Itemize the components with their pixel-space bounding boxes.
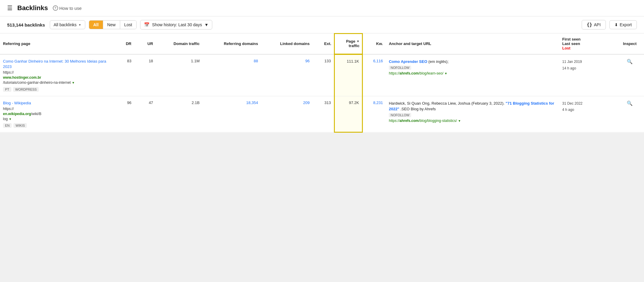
page-traffic-label: Page — [346, 39, 355, 44]
domain-traffic-2: 2.1B — [156, 96, 202, 132]
api-label: API — [594, 22, 601, 27]
page-traffic-2: 97.2K — [334, 96, 362, 132]
ext-1: 133 — [312, 54, 334, 96]
lost-label: Lost — [562, 46, 570, 50]
inspect-cell-2: 🔍 — [616, 96, 644, 132]
referring-page-cell-1: Como Ganhar Dinheiro na Internet: 30 Mel… — [0, 54, 113, 96]
nofollow-badge-1: NOFOLLOW — [389, 66, 411, 70]
export-button[interactable]: ⬇ Export — [609, 20, 637, 29]
referring-page-url-1: https://www.hostinger.com.br/tutoriais/c… — [3, 70, 110, 85]
history-dropdown[interactable]: 📅 Show history: Last 30 days ▼ — [140, 20, 212, 30]
filter-lost-button[interactable]: Lost — [120, 21, 136, 29]
referring-page-domain-1: www.hostinger.com.br — [3, 75, 41, 80]
backlinks-count: 513,144 backlinks — [7, 22, 45, 27]
ext-2: 313 — [312, 96, 334, 132]
help-icon: ? — [53, 5, 58, 11]
col-header-domain-traffic: Domain traffic — [156, 33, 202, 54]
export-icon: ⬇ — [614, 22, 618, 27]
all-backlinks-label: All backlinks — [54, 22, 77, 27]
referring-page-link-1[interactable]: Como Ganhar Dinheiro na Internet: 30 Mel… — [3, 59, 106, 69]
history-label: Show history: Last 30 days — [152, 22, 202, 27]
linked-domains-1[interactable]: 96 — [261, 54, 313, 96]
page-title: Backlinks — [17, 4, 48, 12]
url-expand-icon-2[interactable]: ▼ — [9, 117, 12, 121]
referring-page-domain-2: en.wikipedia.org — [3, 112, 31, 116]
col-header-kw: Kw. — [363, 33, 386, 54]
col-header-inspect: Inspect — [616, 33, 644, 54]
main-content: Referring page DR UR Domain traffic Refe… — [0, 33, 644, 133]
dr-2: 96 — [113, 96, 134, 132]
calendar-icon: 📅 — [144, 22, 150, 27]
last-seen-date-2: 4 h ago — [562, 107, 613, 113]
header-bar: ☰ Backlinks ? How to use — [0, 0, 644, 16]
anchor-cell-1: Como Aprender SEO (em inglês); NOFOLLOW … — [386, 54, 559, 96]
anchor-text-1: Como Aprender SEO (em inglês); — [389, 59, 556, 65]
table-row: Como Ganhar Dinheiro na Internet: 30 Mel… — [0, 54, 644, 96]
inspect-icon-2[interactable]: 🔍 — [627, 101, 633, 106]
backlinks-table: Referring page DR UR Domain traffic Refe… — [0, 33, 644, 133]
tag-en: EN — [3, 123, 12, 128]
page-traffic-label-2: traffic — [337, 44, 359, 48]
col-header-referring-page: Referring page — [0, 33, 113, 54]
referring-page-link-2[interactable]: Blog - Wikipedia — [3, 101, 31, 105]
tag-wikis: WIKIS — [13, 123, 27, 128]
linked-domains-2[interactable]: 209 — [261, 96, 313, 132]
dropdown-arrow-icon: ▼ — [78, 23, 81, 27]
nofollow-badge-2: NOFOLLOW — [389, 113, 411, 117]
anchor-link-1[interactable]: Como Aprender SEO — [389, 59, 427, 64]
api-button[interactable]: {} API — [582, 20, 606, 30]
page-traffic-1: 111.1K — [334, 54, 362, 96]
referring-page-cell-2: Blog - Wikipedia https://en.wikipedia.or… — [0, 96, 113, 132]
inspect-icon-1[interactable]: 🔍 — [627, 59, 633, 64]
tags-1: PT WORDPRESS — [3, 87, 110, 92]
how-to-use-link[interactable]: ? How to use — [53, 5, 82, 11]
filter-all-button[interactable]: All — [89, 21, 103, 29]
menu-icon[interactable]: ☰ — [7, 4, 13, 12]
anchor-link-2[interactable]: "71 Blogging Statistics for 2022" — [389, 101, 554, 111]
tag-wordpress: WORDPRESS — [13, 87, 39, 92]
referring-domains-1[interactable]: 88 — [202, 54, 261, 96]
all-backlinks-dropdown[interactable]: All backlinks ▼ — [50, 20, 85, 29]
url-expand-icon-1[interactable]: ▼ — [72, 81, 75, 84]
referring-domains-2[interactable]: 18,354 — [202, 96, 261, 132]
kw-2[interactable]: 8,231 — [363, 96, 386, 132]
anchor-cell-2: Hardwick, Si Quan Ong, Rebecca Liew, Jos… — [386, 96, 559, 132]
anchor-url-expand-icon-1[interactable]: ▼ — [445, 72, 448, 75]
table-row: Blog - Wikipedia https://en.wikipedia.or… — [0, 96, 644, 132]
referring-page-url-2: https://en.wikipedia.org/wiki/Blog ▼ — [3, 106, 110, 121]
col-header-anchor: Anchor and target URL — [386, 33, 559, 54]
how-to-use-label: How to use — [59, 6, 82, 11]
anchor-url-1[interactable]: https://ahrefs.com/blog/learn-seo/ — [389, 71, 443, 75]
anchor-url-2[interactable]: https://ahrefs.com/blog/blogging-statist… — [389, 119, 457, 123]
col-header-dr: DR — [113, 33, 134, 54]
ur-2: 47 — [134, 96, 156, 132]
history-arrow-icon: ▼ — [204, 22, 208, 27]
first-seen-date-1: 11 Jan 2019 — [562, 59, 613, 65]
col-header-linked-domains: Linked domains — [261, 33, 313, 54]
last-seen-label: Last seen — [562, 41, 580, 46]
first-seen-label: First seen — [562, 37, 580, 41]
date-cell-2: 31 Dec 2022 4 h ago — [559, 96, 616, 132]
date-cell-1: 11 Jan 2019 14 h ago — [559, 54, 616, 96]
col-header-first-seen: First seen Last seen Lost — [559, 33, 616, 54]
ur-1: 18 — [134, 54, 156, 96]
col-header-ur: UR — [134, 33, 156, 54]
toolbar: 513,144 backlinks All backlinks ▼ All Ne… — [0, 16, 644, 33]
inspect-cell-1: 🔍 — [616, 54, 644, 96]
col-header-page-traffic[interactable]: Page ▼ traffic — [334, 33, 362, 54]
tag-pt: PT — [3, 87, 11, 92]
filter-group: All New Lost — [89, 20, 137, 29]
dr-1: 83 — [113, 54, 134, 96]
kw-1[interactable]: 6,116 — [363, 54, 386, 96]
col-header-referring-domains: Referring domains — [202, 33, 261, 54]
filter-new-button[interactable]: New — [103, 21, 120, 29]
domain-traffic-1: 1.1M — [156, 54, 202, 96]
anchor-text-2: Hardwick, Si Quan Ong, Rebecca Liew, Jos… — [389, 100, 556, 112]
api-icon: {} — [587, 22, 592, 27]
sort-arrow-icon: ▼ — [357, 40, 360, 43]
col-header-ext: Ext. — [312, 33, 334, 54]
anchor-url-expand-icon-2[interactable]: ▼ — [458, 119, 461, 123]
tags-2: EN WIKIS — [3, 123, 110, 128]
export-label: Export — [620, 22, 632, 27]
table-header-row: Referring page DR UR Domain traffic Refe… — [0, 33, 644, 54]
